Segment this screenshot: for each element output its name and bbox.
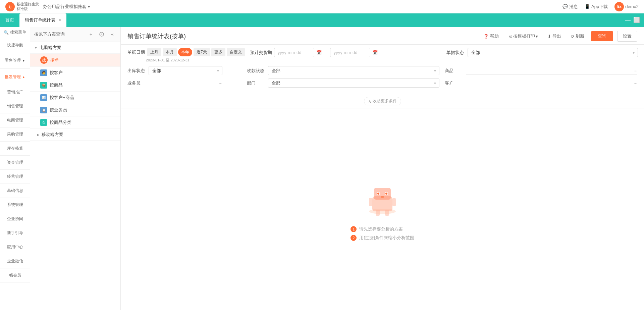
svg-rect-11 bbox=[381, 196, 384, 198]
solution-item-按业务员[interactable]: 📋 按业务员 bbox=[30, 104, 120, 116]
solution-item-按商品[interactable]: 📦 按商品 bbox=[30, 79, 120, 92]
sidebar-group-retail: 零售管理 ▼ bbox=[0, 52, 30, 69]
sidebar-item-newbie[interactable]: 新手引导 bbox=[0, 226, 30, 240]
chevron-down-icon: ▾ bbox=[536, 34, 538, 39]
chevron-down-icon: ▼ bbox=[34, 46, 38, 50]
sidebar-item-wholesale[interactable]: 批发管理 ▲ bbox=[0, 69, 30, 85]
solution-icon-按单: 按 bbox=[40, 56, 48, 64]
chevron-down-icon: ▼ bbox=[22, 59, 25, 62]
breadcrumb[interactable]: 办公用品行业模拟账套 ▾ bbox=[43, 4, 90, 10]
refresh-button[interactable]: ↺ 刷新 bbox=[568, 32, 587, 41]
app-download-button[interactable]: 📱 App下载 bbox=[585, 4, 608, 10]
solution-item-按客户+商品[interactable]: 📊 按客户+商品 bbox=[30, 92, 120, 104]
top-bar: 好 畅捷通好生意 标准版 办公用品行业模拟账套 ▾ 💬 消息 📱 App下载 E… bbox=[0, 0, 644, 13]
date-btn-custom[interactable]: 自定义 bbox=[227, 48, 245, 56]
customer-label: 客户 bbox=[445, 80, 463, 86]
sidebar-item-system[interactable]: 系统管理 bbox=[0, 198, 30, 212]
filter-row-2: 出库状态 全部 收款状态 全部 bbox=[127, 66, 637, 75]
logo-icon: 好 bbox=[5, 2, 15, 11]
tab-close-button[interactable]: × bbox=[59, 18, 61, 22]
tab-home[interactable]: 首页 bbox=[0, 13, 19, 27]
receipt-status-label: 收款状态 bbox=[247, 68, 265, 74]
sidebar-item-operations[interactable]: 经营管理 bbox=[0, 170, 30, 184]
user-area[interactable]: Ea demo2 bbox=[614, 2, 639, 11]
top-bar-left: 好 畅捷通好生意 标准版 办公用品行业模拟账套 ▾ bbox=[5, 2, 90, 11]
chevron-up-icon: ▲ bbox=[22, 75, 25, 79]
date-btn-this-year[interactable]: 本年 bbox=[178, 48, 192, 56]
sidebar-item-purchase[interactable]: 采购管理 bbox=[0, 127, 30, 142]
edit-solution-button[interactable]: ✎ bbox=[98, 30, 106, 38]
salesman-dots-icon[interactable]: ··· bbox=[219, 81, 222, 86]
logo-area: 好 畅捷通好生意 标准版 bbox=[5, 2, 39, 11]
receipt-status-select[interactable]: 全部 bbox=[268, 66, 439, 75]
solution-item-按商品分类[interactable]: 🗂 按商品分类 bbox=[30, 116, 120, 129]
calendar-start-icon[interactable]: 📅 bbox=[316, 50, 322, 55]
filter-section: 单据日期 上月 本月 本年 近7天 更多 自定义 2023-01-01 至 20… bbox=[121, 45, 644, 94]
out-status-select[interactable]: 全部 bbox=[149, 66, 222, 75]
dept-select[interactable]: 全部 bbox=[268, 79, 439, 88]
solution-icon-按业务员: 📋 bbox=[40, 107, 47, 113]
date-btn-last-month[interactable]: 上月 bbox=[147, 48, 161, 56]
left-panel: 按以下方案查询 + ✎ « ▼ 电脑端方案 按 按单 bbox=[30, 27, 121, 310]
pc-group-header[interactable]: ▼ 电脑端方案 bbox=[30, 42, 120, 54]
main-layout: 🔍 搜索菜单 快捷导航 零售管理 ▼ 批发管理 ▲ 营销推广 销售管理 电商管理 bbox=[0, 27, 644, 310]
calendar-end-icon[interactable]: 📅 bbox=[372, 50, 378, 55]
query-button[interactable]: 查询 bbox=[591, 31, 613, 41]
date-dash: — bbox=[324, 50, 328, 55]
expected-date-start-input[interactable] bbox=[274, 48, 314, 57]
hint-num-2: 2 bbox=[351, 235, 357, 241]
solution-item-按单[interactable]: 按 按单 bbox=[30, 54, 120, 67]
empty-illustration bbox=[362, 178, 402, 218]
sidebar-item-inventory[interactable]: 库存核算 bbox=[0, 142, 30, 156]
status-select[interactable]: 全部 待审核 已审核 已完成 bbox=[468, 48, 638, 57]
collapse-panel-button[interactable]: « bbox=[108, 30, 116, 38]
mobile-group-header[interactable]: ▶ 移动端方案 bbox=[30, 129, 120, 141]
sidebar-item-sales[interactable]: 销售管理 bbox=[0, 99, 30, 113]
page-title: 销售订单统计表(按单) bbox=[127, 32, 186, 40]
customer-dots-icon[interactable]: ··· bbox=[634, 81, 637, 86]
template-print-button[interactable]: 🖨 按模板打印 ▾ bbox=[505, 32, 541, 41]
export-button[interactable]: ⬇ 导出 bbox=[545, 32, 564, 41]
refresh-icon: ↺ bbox=[571, 34, 574, 39]
filter-row-1: 单据日期 上月 本月 本年 近7天 更多 自定义 2023-01-01 至 20… bbox=[127, 48, 637, 63]
message-button[interactable]: 💬 消息 bbox=[562, 4, 578, 10]
expected-date-end-input[interactable] bbox=[330, 48, 370, 57]
sidebar-item-basic[interactable]: 基础信息 bbox=[0, 184, 30, 198]
sidebar-item-ecommerce[interactable]: 电商管理 bbox=[0, 113, 30, 127]
app-download-icon: 📱 bbox=[585, 4, 590, 9]
tab-bar: 首页 销售订单统计表 × — ⬜ bbox=[0, 13, 644, 27]
date-btn-this-month[interactable]: 本月 bbox=[163, 48, 177, 56]
add-solution-button[interactable]: + bbox=[87, 30, 95, 38]
minimize-button[interactable]: — bbox=[625, 17, 631, 23]
sidebar-item-retail[interactable]: 零售管理 ▼ bbox=[0, 52, 30, 68]
solution-item-按客户[interactable]: 🧑 按客户 bbox=[30, 67, 120, 79]
sidebar-item-apps[interactable]: 应用中心 bbox=[0, 240, 30, 254]
dept-label: 部门 bbox=[247, 80, 265, 86]
sidebar-item-enterprise[interactable]: 企业协同 bbox=[0, 212, 30, 226]
help-button[interactable]: ❓ 帮助 bbox=[481, 32, 501, 41]
breadcrumb-arrow-icon: ▾ bbox=[88, 4, 90, 9]
sidebar-item-quick-nav[interactable]: 快捷导航 bbox=[0, 38, 30, 52]
tab-active[interactable]: 销售订单统计表 × bbox=[19, 13, 66, 27]
help-icon: ❓ bbox=[483, 34, 489, 39]
collapse-filters-button[interactable]: ∧ 收起更多条件 bbox=[364, 97, 401, 105]
goods-dots-icon[interactable]: ··· bbox=[634, 68, 637, 73]
sidebar-item-wechat[interactable]: 企业微信 bbox=[0, 254, 30, 268]
sidebar-item-member[interactable]: 畅会员 bbox=[0, 268, 30, 282]
date-btn-more[interactable]: 更多 bbox=[211, 48, 225, 56]
top-bar-right: 💬 消息 📱 App下载 Ea demo2 bbox=[562, 2, 639, 11]
date-quick-buttons: 上月 本月 本年 近7天 更多 自定义 bbox=[147, 48, 245, 56]
print-icon: 🖨 bbox=[508, 34, 513, 39]
settings-button[interactable]: 设置 bbox=[617, 31, 637, 42]
svg-text:✎: ✎ bbox=[100, 33, 103, 36]
sidebar-item-finance[interactable]: 资金管理 bbox=[0, 156, 30, 170]
maximize-button[interactable]: ⬜ bbox=[633, 17, 640, 23]
date-label: 单据日期 bbox=[127, 49, 146, 55]
goods-label: 商品 bbox=[445, 68, 463, 74]
date-btn-7days[interactable]: 近7天 bbox=[194, 48, 210, 56]
sidebar-item-marketing[interactable]: 营销推广 bbox=[0, 85, 30, 99]
salesman-label: 业务员 bbox=[127, 80, 146, 86]
hint-item-2: 2 用[过滤]条件来缩小分析范围 bbox=[351, 235, 414, 241]
svg-point-9 bbox=[377, 193, 379, 195]
sidebar-item-search[interactable]: 🔍 搜索菜单 bbox=[0, 27, 30, 38]
